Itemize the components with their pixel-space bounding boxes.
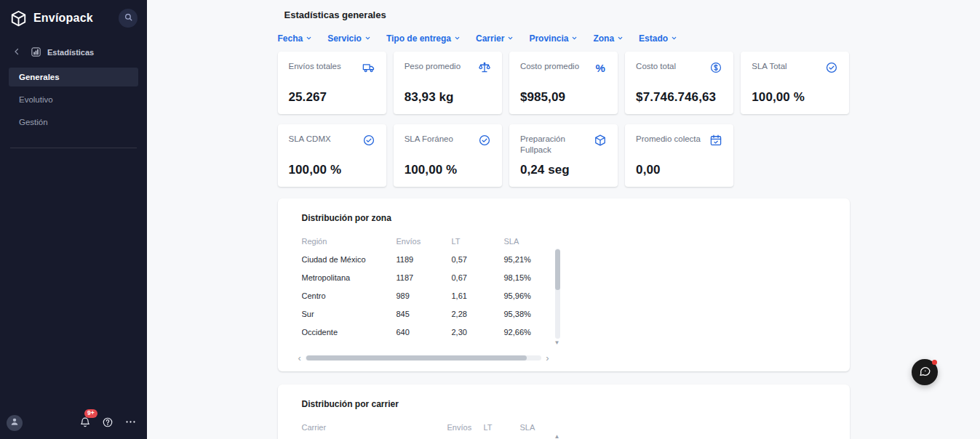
chevron-down-icon xyxy=(507,33,514,44)
sidebar-item-evolutivo[interactable]: Evolutivo xyxy=(0,90,147,109)
filter-provincia[interactable]: Provincia xyxy=(529,33,578,44)
stat-card-promedio-colecta: Promedio colecta 0,00 xyxy=(625,124,733,187)
cell-region: Metropolitana xyxy=(302,273,397,282)
cell-region: Ciudad de México xyxy=(302,255,397,264)
filter-tipo-de-entrega[interactable]: Tipo de entrega xyxy=(386,33,461,44)
scrollbar-thumb[interactable] xyxy=(306,355,527,361)
sidebar-footer: 9+ xyxy=(0,408,147,439)
table-row: Occidente 640 2,30 92,66% xyxy=(302,323,565,341)
scrollbar-track[interactable] xyxy=(306,355,541,361)
cell-sla: 95,21% xyxy=(504,255,548,264)
cell-lt: 1,61 xyxy=(452,291,504,300)
filter-zona[interactable]: Zona xyxy=(593,33,624,44)
cell-sla: 92,66% xyxy=(504,328,548,337)
bar-chart-icon xyxy=(31,47,41,57)
stat-cards-row-1: Envíos totales 25.267 Peso promedio xyxy=(278,52,850,114)
column-header: Región xyxy=(302,237,397,246)
filter-label: Carrier xyxy=(476,33,504,44)
stat-value: $7.746.746,63 xyxy=(636,90,722,105)
stat-label: Costo promedio xyxy=(520,61,579,72)
chevron-down-icon xyxy=(617,33,624,44)
sidebar-nav: Generales Evolutivo Gestión xyxy=(0,65,147,134)
help-button[interactable] xyxy=(102,416,113,430)
ellipsis-icon xyxy=(124,416,137,430)
column-header: Carrier xyxy=(302,423,447,432)
chevron-left-icon xyxy=(12,47,21,58)
scroll-up-arrow-icon[interactable]: ▲ xyxy=(554,434,560,439)
filter-estado[interactable]: Estado xyxy=(639,33,677,44)
package-icon xyxy=(594,134,607,147)
circle-check-icon xyxy=(478,134,491,147)
cell-envios: 1189 xyxy=(397,255,452,264)
page-title: Estadísticas generales xyxy=(278,9,850,20)
scroll-down-arrow-icon[interactable]: ▼ xyxy=(554,340,560,346)
content: Estadísticas generales Fecha Servicio Ti… xyxy=(278,0,850,439)
table-row: Metropolitana 1187 0,67 98,15% xyxy=(302,268,565,286)
filter-label: Provincia xyxy=(529,33,568,44)
scroll-left-arrow-icon[interactable]: ‹ xyxy=(298,353,302,363)
stat-label: Envíos totales xyxy=(289,61,341,72)
stat-card-sla-foraneo: SLA Foráneo 100,00 % xyxy=(394,124,502,187)
stat-label: SLA Total xyxy=(752,61,786,72)
stat-cards-row-2: SLA CDMX 100,00 % SLA Foráneo 100,0 xyxy=(278,124,850,187)
chevron-down-icon xyxy=(454,33,461,44)
app: Envíopack Estadísticas Generales Evoluti… xyxy=(0,0,980,439)
stat-value: $985,09 xyxy=(520,90,607,105)
table-row: Sur 845 2,28 95,38% xyxy=(302,305,565,323)
scroll-right-arrow-icon[interactable]: › xyxy=(545,353,549,363)
search-icon xyxy=(124,12,133,24)
sidebar-header: Envíopack xyxy=(0,0,147,35)
question-circle-icon xyxy=(102,416,113,430)
cell-lt: 0,67 xyxy=(452,273,504,282)
carrier-table-header: Carrier Envíos LT SLA xyxy=(302,418,565,436)
cell-sla: 90,79% xyxy=(504,346,548,347)
stat-value: 100,00 % xyxy=(405,163,491,177)
scale-icon xyxy=(478,61,491,74)
horizontal-scrollbar[interactable]: ‹ › xyxy=(298,353,550,363)
cell-lt: 2,30 xyxy=(452,328,504,337)
cell-envios: 640 xyxy=(397,328,452,337)
main-area: Estadísticas generales Fecha Servicio Ti… xyxy=(147,0,980,439)
zone-table: Región Envíos LT SLA Ciudad de México 11… xyxy=(302,232,565,347)
stat-label: Preparación Fullpack xyxy=(520,134,589,156)
filter-servicio[interactable]: Servicio xyxy=(327,33,371,44)
stat-value: 100,00 % xyxy=(289,163,375,177)
more-options-button[interactable] xyxy=(124,416,137,430)
notifications-button[interactable]: 9+ xyxy=(79,416,91,430)
vertical-scrollbar[interactable]: ▲ xyxy=(554,435,561,439)
unread-indicator-dot xyxy=(932,360,937,365)
column-header: Envíos xyxy=(397,237,452,246)
chevron-down-icon xyxy=(364,33,371,44)
circle-check-icon xyxy=(362,134,375,147)
carrier-distribution-panel: Distribución por carrier Carrier Envíos … xyxy=(278,384,850,439)
filter-fecha[interactable]: Fecha xyxy=(278,33,313,44)
zone-panel-title: Distribución por zona xyxy=(278,213,850,223)
cell-region: Bajío xyxy=(302,346,397,347)
search-button[interactable] xyxy=(119,9,138,28)
table-row: Ciudad de México 1189 0,57 95,21% xyxy=(302,250,565,268)
stat-card-peso-promedio: Peso promedio 83,93 kg xyxy=(394,52,502,114)
sidebar-item-generales[interactable]: Generales xyxy=(9,68,138,86)
table-row: Paquetexpress 5613 1,90 87,81% xyxy=(302,436,565,439)
stat-label: SLA CDMX xyxy=(289,134,331,145)
cell-sla: 98,15% xyxy=(504,273,548,282)
calendar-check-icon xyxy=(709,134,722,147)
cell-sla: 95,96% xyxy=(504,291,548,300)
stat-card-costo-total: Costo total $7.746.746,63 xyxy=(625,52,733,114)
user-avatar[interactable] xyxy=(7,415,23,431)
sidebar-item-gestion[interactable]: Gestión xyxy=(0,113,147,132)
zone-table-header: Región Envíos LT SLA xyxy=(302,232,565,250)
chevron-down-icon xyxy=(306,33,312,44)
cell-sla: 95,38% xyxy=(504,310,548,318)
carrier-panel-title: Distribución por carrier xyxy=(278,399,850,409)
filter-carrier[interactable]: Carrier xyxy=(476,33,514,44)
zone-table-rows: Ciudad de México 1189 0,57 95,21% Metrop… xyxy=(302,250,565,347)
column-header: LT xyxy=(484,423,520,432)
collapse-sidebar-button[interactable] xyxy=(12,47,22,57)
stat-value: 100,00 % xyxy=(752,90,838,105)
vertical-scrollbar[interactable]: ▼ xyxy=(554,249,561,345)
stat-label: SLA Foráneo xyxy=(405,134,453,145)
cell-lt: 2,28 xyxy=(452,310,504,318)
chat-widget-button[interactable] xyxy=(912,359,938,385)
scrollbar-thumb[interactable] xyxy=(555,249,560,290)
